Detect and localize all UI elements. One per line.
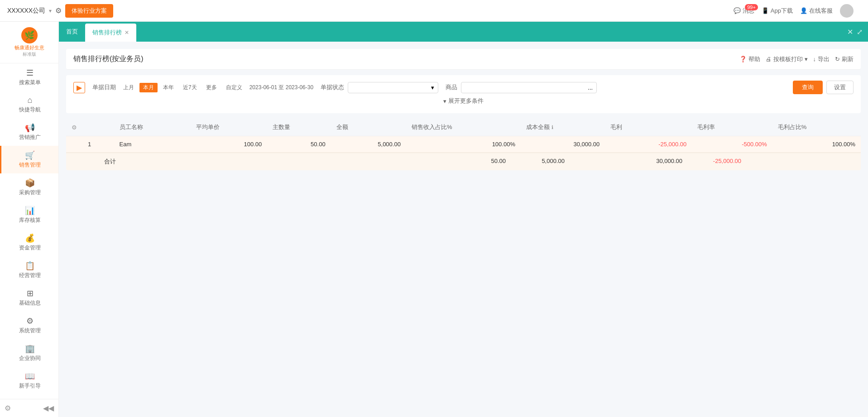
sidebar-icon-basic: ⊞	[27, 288, 34, 298]
date-range[interactable]: 2023-06-01 至 2023-06-30	[249, 84, 313, 91]
sidebar-item-basic[interactable]: ⊞基础信息	[0, 284, 58, 312]
date-tab-custom[interactable]: 自定义	[222, 83, 246, 92]
filter-collapse-btn[interactable]: ▶	[73, 82, 85, 93]
table-body: 1 Eam 100.00 50.00 5,000.00 100.00% 30,0…	[66, 136, 861, 153]
print-button[interactable]: 🖨 按模板打印 ▾	[766, 55, 808, 63]
goods-filter: 商品 ...	[446, 82, 597, 93]
sidebar-icon-quick-nav: ⌂	[28, 96, 33, 105]
sidebar-label-purchase: 采购管理	[19, 189, 41, 197]
footer-sales-pct-spacer	[570, 158, 629, 166]
sidebar-item-app-center[interactable]: 📱应用中心	[0, 394, 58, 399]
sidebar-item-enterprise[interactable]: 🏢企业协同	[0, 339, 58, 367]
online-support-button[interactable]: 👤 在线客服	[800, 7, 833, 15]
export-button[interactable]: ↓ 导出	[813, 55, 830, 63]
tab-bar-right: ✕ ⤢	[847, 28, 868, 36]
sidebar-collapse-icon[interactable]: ◀◀	[43, 404, 54, 412]
col-quantity-header: 主数量	[267, 119, 331, 136]
sidebar-label-system: 系统管理	[19, 327, 41, 335]
message-button[interactable]: 💬 消息 99+	[734, 7, 754, 15]
sidebar-settings-icon[interactable]: ⚙	[5, 404, 11, 412]
print-dropdown-icon: ▾	[805, 56, 808, 62]
tab-close-all-icon[interactable]: ✕	[847, 28, 853, 36]
sidebar-icon-inventory: 📊	[25, 206, 35, 216]
sidebar-icon-system: ⚙	[26, 316, 34, 326]
footer-margin-spacer	[747, 158, 801, 166]
sidebar-bottom: ⚙ ◀◀	[0, 399, 58, 417]
top-bar-right: 💬 消息 99+ 📱 App下载 👤 在线客服	[734, 4, 861, 18]
sidebar-label-operation: 经营管理	[19, 272, 41, 279]
sidebar-label-guide: 新手引导	[19, 382, 41, 390]
date-tab-7days[interactable]: 近7天	[179, 83, 201, 92]
footer-label: 合计	[99, 158, 403, 166]
sidebar-item-search-order[interactable]: ☰搜索菜单	[0, 63, 58, 91]
cell-quantity-0: 50.00	[267, 136, 331, 153]
col-profit-pct-header: 毛利占比%	[772, 119, 861, 136]
trial-button[interactable]: 体验行业方案	[65, 4, 113, 18]
sidebar-item-sales[interactable]: 🛒销售管理	[0, 146, 58, 173]
tab-expand-icon[interactable]: ⤢	[857, 28, 863, 36]
col-name-header: 员工名称	[114, 119, 191, 136]
tab-close-icon[interactable]: ✕	[125, 29, 129, 36]
date-tab-this-year[interactable]: 本年	[159, 83, 177, 92]
refresh-button[interactable]: ↻ 刷新	[835, 55, 854, 63]
main-layout: 🌿 畅康通好生意 标准版 ☰搜索菜单⌂快捷导航📢营销推广🛒销售管理📦采购管理📊库…	[0, 22, 868, 417]
page-title: 销售排行榜(按业务员)	[73, 54, 144, 64]
table-row: 1 Eam 100.00 50.00 5,000.00 100.00% 30,0…	[66, 136, 861, 153]
app-icon: 📱	[762, 7, 769, 14]
filter-area: ▶ 单据日期 上月 本月 本年 近7天 更多 自定义 2023-	[66, 75, 861, 113]
tab-sales-rank[interactable]: 销售排行榜 ✕	[85, 24, 136, 42]
query-button[interactable]: 查询	[793, 81, 823, 94]
goods-label: 商品	[446, 83, 457, 91]
expand-icon: ▾	[443, 98, 446, 105]
sidebar-icon-search-order: ☰	[26, 68, 34, 78]
sidebar-icon-guide: 📖	[25, 371, 35, 381]
goods-more-icon[interactable]: ...	[588, 84, 593, 91]
cell-cost-0: 30,000.00	[521, 136, 605, 153]
sidebar-label-basic: 基础信息	[19, 299, 41, 307]
status-label: 单据状态	[321, 83, 344, 91]
tab-home[interactable]: 首页	[59, 22, 85, 42]
sidebar-item-system[interactable]: ⚙系统管理	[0, 312, 58, 339]
col-cost-header: 成本全额 ℹ	[521, 119, 605, 136]
status-select[interactable]: ▾	[348, 82, 438, 93]
cell-rank-0: 1	[82, 136, 114, 153]
cell-sales-pct-0: 100.00%	[406, 136, 521, 153]
goods-input[interactable]: ...	[461, 82, 597, 93]
col-settings-header: ⚙	[66, 119, 82, 136]
header-row: ⚙ 员工名称 平均单价 主数量 全额 销售收入占比% 成本全额 ℹ 毛利 毛	[66, 119, 861, 136]
cell-settings-0	[66, 136, 82, 153]
date-tab-this-month[interactable]: 本月	[139, 83, 158, 92]
cell-name-0: Eam	[114, 136, 191, 153]
top-bar-left: XXXXXX公司 ▾ ⚙ 体验行业方案	[7, 4, 113, 18]
sidebar-item-finance[interactable]: 💰资金管理	[0, 229, 58, 256]
date-tab-last-month[interactable]: 上月	[120, 83, 138, 92]
sidebar-icon-enterprise: 🏢	[25, 344, 35, 354]
sidebar-item-operation[interactable]: 📋经营管理	[0, 256, 58, 284]
sidebar: 🌿 畅康通好生意 标准版 ☰搜索菜单⌂快捷导航📢营销推广🛒销售管理📦采购管理📊库…	[0, 22, 59, 417]
top-bar: XXXXXX公司 ▾ ⚙ 体验行业方案 💬 消息 99+ 📱 App下载 👤 在…	[0, 0, 868, 22]
sidebar-item-inventory[interactable]: 📊库存核算	[0, 201, 58, 229]
app-download-button[interactable]: 📱 App下载	[762, 7, 793, 15]
sidebar-item-marketing[interactable]: 📢营销推广	[0, 118, 58, 146]
message-badge: 99+	[745, 4, 758, 10]
sidebar-item-purchase[interactable]: 📦采购管理	[0, 173, 58, 201]
logo-sub: 标准版	[23, 51, 36, 58]
col-margin-header: 毛利率	[692, 119, 772, 136]
page-header: 销售排行榜(按业务员) ❓ 帮助 🖨 按模板打印 ▾ ↓	[66, 49, 861, 70]
cell-profit-0: -25,000.00	[605, 136, 692, 153]
company-dropdown-icon[interactable]: ▾	[49, 8, 52, 14]
settings-button[interactable]: 设置	[826, 81, 854, 94]
expand-button[interactable]: ▾ 展开更多条件	[76, 97, 851, 105]
sidebar-label-enterprise: 企业协同	[19, 355, 41, 362]
sidebar-item-quick-nav[interactable]: ⌂快捷导航	[0, 91, 58, 118]
avatar[interactable]	[840, 4, 854, 18]
main-content: 销售排行榜(按业务员) ❓ 帮助 🖨 按模板打印 ▾ ↓	[59, 42, 868, 417]
column-settings-icon[interactable]: ⚙	[72, 124, 77, 131]
help-button[interactable]: ❓ 帮助	[739, 55, 760, 63]
date-tab-more[interactable]: 更多	[202, 83, 221, 92]
sidebar-icon-purchase: 📦	[25, 178, 35, 188]
support-icon: 👤	[800, 7, 807, 14]
sidebar-icon-sales: 🛒	[25, 150, 35, 160]
settings-icon[interactable]: ⚙	[55, 6, 62, 15]
sidebar-item-guide[interactable]: 📖新手引导	[0, 367, 58, 394]
